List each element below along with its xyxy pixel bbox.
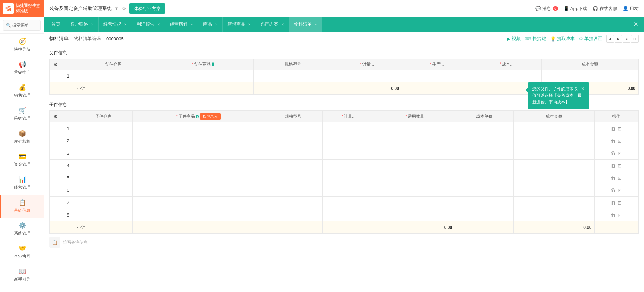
tab-home[interactable]: 首页 [47, 17, 65, 32]
child-section: 子件信息 ⚙ 子件仓库 *子件商品 i 扫码录入 规格型号 *计量... *需用… [44, 98, 644, 234]
copy-row-4-button[interactable]: ⊡ [618, 163, 622, 168]
sidebar-nav-item-quick-nav[interactable]: 🧭 快捷导航 [0, 34, 44, 57]
nav-prev-button[interactable]: ◀ [606, 35, 614, 43]
child-col-cost-amount: 成本金额 [513, 111, 594, 122]
delete-row-8-button[interactable]: 🗑 [611, 212, 616, 218]
copy-row-2-button[interactable]: ⊡ [618, 138, 622, 144]
parent-col-num [62, 59, 74, 70]
notes-hint[interactable]: 填写备注信息 [63, 240, 88, 245]
delete-row-1-button[interactable]: 🗑 [611, 126, 616, 131]
tab-close-barcode[interactable]: ✕ [281, 23, 284, 26]
parent-row-cost-cell[interactable] [472, 70, 542, 82]
sidebar-search-section: 🔍 搜索菜单 [0, 17, 44, 34]
copy-row-8-button[interactable]: ⊡ [618, 212, 622, 218]
tab-close-operation-status[interactable]: ✕ [124, 23, 127, 26]
parent-col-spec: 规格型号 [253, 59, 332, 70]
parent-row-warehouse-cell[interactable] [74, 70, 153, 82]
parent-row-product-cell[interactable] [153, 70, 253, 82]
view-action[interactable]: ▶ 视频 [507, 36, 521, 42]
shortcut-action[interactable]: ⌨ 快捷键 [525, 36, 546, 42]
sidebar-nav-item-system[interactable]: ⚙️ 系统管理 [0, 218, 44, 241]
sidebar: 畅 畅捷通好生意 标准版 🔍 搜索菜单 🧭 快捷导航 📢 营销推广 💰 销售管理… [0, 0, 44, 292]
settings-gear-icon[interactable]: ⚙ [122, 5, 126, 12]
parent-row-production-cell[interactable] [402, 70, 472, 82]
tab-add-product[interactable]: 新增商品 ✕ [223, 17, 256, 32]
delete-row-5-button[interactable]: 🗑 [611, 175, 616, 181]
tab-barcode[interactable]: 条码方案 ✕ [256, 17, 289, 32]
tab-operation-history[interactable]: 经营历程 ✕ [165, 17, 198, 32]
search-menu-button[interactable]: 🔍 搜索菜单 [3, 20, 41, 31]
cost-action[interactable]: 💡 提取成本 [550, 36, 575, 42]
tab-bar: 首页 客户联络 ✕ 经营情况 ✕ 利润报告 ✕ 经营历程 ✕ 商品 ✕ 新增商品… [44, 17, 644, 32]
page-title: 物料清单 [49, 36, 69, 42]
tab-close-profit[interactable]: ✕ [157, 23, 160, 26]
tab-close-all-icon[interactable]: ✕ [631, 21, 641, 28]
tab-close-operation-history[interactable]: ✕ [190, 23, 193, 26]
parent-row-spec-cell[interactable] [253, 70, 332, 82]
child-table-row: 6 🗑⊡ [50, 184, 639, 197]
tab-customer[interactable]: 客户联络 ✕ [65, 17, 99, 32]
marketing-icon: 📢 [18, 61, 26, 68]
guide-icon: 📖 [18, 268, 26, 275]
child-col-num [62, 111, 74, 122]
tab-operation-status[interactable]: 经营情况 ✕ [99, 17, 132, 32]
user-icon: 👤 [623, 6, 628, 11]
app-download-button[interactable]: 📱 App下载 [564, 5, 587, 12]
parent-col-cost: *成本... [472, 59, 542, 70]
delete-row-6-button[interactable]: 🗑 [611, 188, 616, 193]
doc-settings-action[interactable]: ⚙ 单据设置 [579, 36, 602, 42]
online-service-button[interactable]: 🎧 在线客服 [593, 5, 617, 12]
parent-col-unit: *计量... [332, 59, 402, 70]
tab-close-product[interactable]: ✕ [215, 23, 218, 26]
delete-row-4-button[interactable]: 🗑 [611, 163, 616, 168]
view-icon: ▶ [507, 36, 510, 42]
tab-close-customer[interactable]: ✕ [91, 23, 94, 26]
try-button[interactable]: 体验行业方案 [129, 3, 165, 14]
delete-row-3-button[interactable]: 🗑 [611, 151, 616, 156]
parent-subtotal-empty3 [402, 82, 472, 95]
message-button[interactable]: 💬 消息 6 [535, 5, 558, 12]
copy-row-1-button[interactable]: ⊡ [618, 126, 622, 131]
sidebar-nav-item-finance[interactable]: 💳 资金管理 [0, 149, 44, 172]
parent-col-settings[interactable]: ⚙ [50, 59, 62, 70]
sub-header: 物料清单 物料清单编码 0000005 ▶ 视频 ⌨ 快捷键 💡 提取成本 ⚙ [44, 32, 644, 46]
dropdown-arrow-icon[interactable]: ▼ [114, 6, 119, 11]
copy-row-3-button[interactable]: ⊡ [618, 151, 622, 156]
tooltip-close-button[interactable]: ✕ [581, 86, 584, 92]
sidebar-nav-item-operation[interactable]: 📊 经营管理 [0, 172, 44, 195]
scan-button[interactable]: 扫码录入 [200, 113, 221, 120]
notes-icon: 📋 [49, 237, 60, 248]
bottom-bar: 📋 填写备注信息 [44, 234, 644, 250]
header-left: 装备及固定资产辅助管理系统 ▼ ⚙ 体验行业方案 [49, 3, 165, 14]
tab-product[interactable]: 商品 ✕ [198, 17, 223, 32]
sales-icon: 💰 [18, 84, 26, 91]
tab-close-bom[interactable]: ✕ [314, 23, 317, 26]
sidebar-nav-item-inventory[interactable]: 📦 库存核算 [0, 126, 44, 149]
parent-col-cost-amount: 成本金额 [542, 59, 639, 70]
breadcrumb-code-label: 物料清单编码 [74, 36, 101, 42]
child-col-quantity: *需用数量 [374, 111, 455, 122]
content-area: 物料清单 物料清单编码 0000005 ▶ 视频 ⌨ 快捷键 💡 提取成本 ⚙ [44, 32, 644, 292]
user-profile[interactable]: 👤 用友 [623, 5, 639, 12]
tab-close-add-product[interactable]: ✕ [248, 23, 251, 26]
nav-expand-button[interactable]: ⊡ [631, 35, 639, 43]
sidebar-nav-item-enterprise[interactable]: 🤝 企业协同 [0, 241, 44, 264]
parent-row-unit-cell[interactable] [332, 70, 402, 82]
nav-next-button[interactable]: ▶ [615, 35, 622, 43]
child-col-settings[interactable]: ⚙ [50, 111, 62, 122]
sidebar-nav-item-marketing[interactable]: 📢 营销推广 [0, 57, 44, 80]
nav-menu-button[interactable]: ≡ [623, 35, 630, 43]
delete-row-2-button[interactable]: 🗑 [611, 138, 616, 144]
child-table-row: 3 🗑⊡ [50, 147, 639, 160]
copy-row-6-button[interactable]: ⊡ [618, 188, 622, 193]
child-col-warehouse: 子件仓库 [74, 111, 133, 122]
sidebar-nav-item-sales[interactable]: 💰 销售管理 [0, 80, 44, 103]
delete-row-7-button[interactable]: 🗑 [611, 200, 616, 206]
sidebar-nav-item-guide[interactable]: 📖 新手引导 [0, 264, 44, 287]
copy-row-7-button[interactable]: ⊡ [618, 200, 622, 206]
sidebar-nav-item-purchase[interactable]: 🛒 采购管理 [0, 103, 44, 126]
tab-profit[interactable]: 利润报告 ✕ [132, 17, 165, 32]
tab-bom[interactable]: 物料清单 ✕ [289, 17, 322, 32]
sidebar-nav-item-basic-info[interactable]: 📋 基础信息 [0, 195, 44, 218]
copy-row-5-button[interactable]: ⊡ [618, 175, 622, 181]
